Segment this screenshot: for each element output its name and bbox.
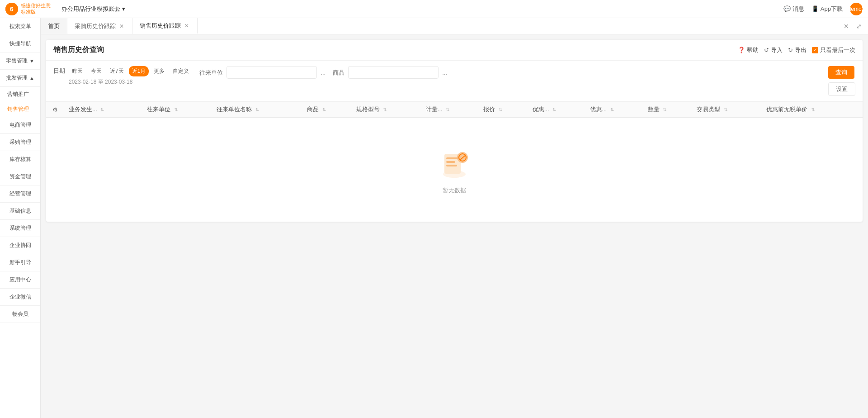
download-icon: 📱 xyxy=(811,5,819,12)
th-gear[interactable]: ⚙ xyxy=(46,102,64,118)
user-action[interactable]: demo2 xyxy=(850,3,863,15)
th-biz-date[interactable]: 业务发生... ⇅ xyxy=(64,102,142,118)
sort-icon-trade-type: ⇅ xyxy=(724,107,727,112)
goods-dots: ... xyxy=(442,69,447,76)
import-action[interactable]: ↺ 导入 xyxy=(764,46,783,54)
chevron-up-icon: ▲ xyxy=(29,75,35,81)
sort-icon-discount2: ⇅ xyxy=(610,107,614,112)
date-btn-custom[interactable]: 自定义 xyxy=(170,66,192,76)
maximize-btn[interactable]: ⤢ xyxy=(854,21,864,32)
sort-icon-quantity: ⇅ xyxy=(663,107,666,112)
tab-close-purchase[interactable]: ✕ xyxy=(118,23,125,30)
sidebar-item-ecommerce[interactable]: 电商管理 xyxy=(0,117,40,134)
svg-text:6: 6 xyxy=(10,5,14,13)
sort-icon-unit-name: ⇅ xyxy=(255,107,259,112)
top-right-actions: 💬 消息 📱 App下载 demo2 xyxy=(783,3,863,15)
help-icon: ❓ xyxy=(738,47,745,53)
sort-icon-discount1: ⇅ xyxy=(552,107,556,112)
logo-icon: 6 xyxy=(5,3,18,15)
date-btn-more[interactable]: 更多 xyxy=(151,66,168,76)
tab-purchase-history[interactable]: 采购历史价跟踪 ✕ xyxy=(67,18,132,34)
filter-row: 日期 昨天 今天 近7天 近1月 更多 自定义 2023-02-18 至 202… xyxy=(46,61,863,102)
table-container: ⚙ 业务发生... ⇅ 往来单位 ⇅ 往来单位名称 xyxy=(46,102,863,222)
sort-icon-price: ⇅ xyxy=(499,107,502,112)
page-content: 销售历史价查询 ❓ 帮助 ↺ 导入 ↻ 导出 xyxy=(41,34,868,418)
sidebar-item-enterprise[interactable]: 企业协同 xyxy=(0,237,40,254)
sidebar-item-purchase[interactable]: 采购管理 xyxy=(0,134,40,151)
empty-state: 暂无数据 xyxy=(46,118,863,222)
date-btn-1month[interactable]: 近1月 xyxy=(129,66,149,76)
close-tab-btn[interactable]: ✕ xyxy=(841,21,852,32)
avatar: demo2 xyxy=(850,3,863,15)
svg-rect-5 xyxy=(446,161,455,163)
date-buttons: 昨天 今天 近7天 近1月 更多 自定义 xyxy=(69,66,192,76)
th-discount1[interactable]: 优惠... ⇅ xyxy=(528,102,585,118)
sort-icon-unit-code: ⇅ xyxy=(174,107,178,112)
th-trade-type[interactable]: 交易类型 ⇅ xyxy=(692,102,762,118)
sidebar-item-inventory[interactable]: 库存核算 xyxy=(0,151,40,168)
sidebar-item-retail[interactable]: 零售管理 ▼ xyxy=(0,52,40,70)
th-discount2[interactable]: 优惠... ⇅ xyxy=(585,102,643,118)
empty-icon xyxy=(436,145,472,181)
filter-actions: 查询 设置 xyxy=(828,66,855,96)
logo-text: 畅捷信好生意 标准版 xyxy=(21,3,51,14)
page-header-actions: ❓ 帮助 ↺ 导入 ↻ 导出 ✓ 只看最后一次 xyxy=(738,46,855,54)
from-unit-dots: ... xyxy=(321,69,326,76)
sidebar-item-operations[interactable]: 经营管理 xyxy=(0,185,40,203)
from-unit-filter-group: 往来单位 ... xyxy=(199,66,326,79)
app-download-action[interactable]: 📱 App下载 xyxy=(811,5,843,13)
app-selector[interactable]: 办公用品行业模拟账套 ▾ xyxy=(58,3,129,15)
sidebar-item-corpwechat[interactable]: 企业微信 xyxy=(0,289,40,306)
date-btn-7days[interactable]: 近7天 xyxy=(107,66,127,76)
th-quantity[interactable]: 数量 ⇅ xyxy=(643,102,692,118)
sidebar-item-appcenter[interactable]: 应用中心 xyxy=(0,271,40,289)
sort-icon-tax-price: ⇅ xyxy=(811,107,815,112)
data-table: ⚙ 业务发生... ⇅ 往来单位 ⇅ 往来单位名称 xyxy=(46,102,863,118)
page-header: 销售历史价查询 ❓ 帮助 ↺ 导入 ↻ 导出 xyxy=(46,40,863,61)
tab-actions: ✕ ⤢ xyxy=(841,18,868,34)
svg-rect-4 xyxy=(446,157,459,159)
top-header: 6 畅捷信好生意 标准版 办公用品行业模拟账套 ▾ 💬 消息 📱 App下载 d… xyxy=(0,0,868,18)
th-price[interactable]: 报价 ⇅ xyxy=(479,102,528,118)
goods-input[interactable] xyxy=(348,66,439,79)
chevron-down-icon: ▾ xyxy=(122,5,125,12)
content-area: 首页 采购历史价跟踪 ✕ 销售历史价跟踪 ✕ ✕ ⤢ 销售历史价查询 xyxy=(41,18,868,418)
sidebar-item-sales[interactable]: 销售管理 xyxy=(0,102,40,117)
chevron-down-icon: ▼ xyxy=(29,58,35,64)
only-last-checkbox-label[interactable]: ✓ 只看最后一次 xyxy=(812,46,855,54)
date-filter-group: 日期 昨天 今天 近7天 近1月 更多 自定义 2023-02-18 至 202… xyxy=(53,66,192,86)
date-btn-today[interactable]: 今天 xyxy=(88,66,105,76)
message-action[interactable]: 💬 消息 xyxy=(783,5,804,13)
export-action[interactable]: ↻ 导出 xyxy=(788,46,807,54)
settings-button[interactable]: 设置 xyxy=(828,82,855,96)
goods-label: 商品 xyxy=(333,68,344,77)
tab-close-sales[interactable]: ✕ xyxy=(184,22,190,29)
logo-area: 6 畅捷信好生意 标准版 xyxy=(5,3,51,15)
from-unit-input[interactable] xyxy=(226,66,317,79)
sidebar-item-guide[interactable]: 新手引导 xyxy=(0,254,40,271)
tab-bar: 首页 采购历史价跟踪 ✕ 销售历史价跟踪 ✕ ✕ ⤢ xyxy=(41,18,868,34)
sidebar-item-search[interactable]: 搜索菜单 xyxy=(0,18,40,35)
help-action[interactable]: ❓ 帮助 xyxy=(738,46,759,54)
th-tax-price[interactable]: 优惠前无税单价 ⇅ xyxy=(762,102,863,118)
sidebar-item-basic[interactable]: 基础信息 xyxy=(0,203,40,220)
sidebar-item-system[interactable]: 系统管理 xyxy=(0,220,40,237)
sidebar-item-finance[interactable]: 资金管理 xyxy=(0,168,40,185)
th-unit-code[interactable]: 往来单位 ⇅ xyxy=(142,102,212,118)
sidebar-item-shortcut[interactable]: 快捷导航 xyxy=(0,35,40,52)
th-spec[interactable]: 规格型号 ⇅ xyxy=(352,102,421,118)
tab-home[interactable]: 首页 xyxy=(41,18,67,34)
page-card: 销售历史价查询 ❓ 帮助 ↺ 导入 ↻ 导出 xyxy=(46,40,863,222)
th-unit[interactable]: 计量... ⇅ xyxy=(421,102,479,118)
sort-icon-spec: ⇅ xyxy=(383,107,387,112)
date-btn-yesterday[interactable]: 昨天 xyxy=(69,66,86,76)
th-goods[interactable]: 商品 ⇅ xyxy=(302,102,351,118)
date-label: 日期 xyxy=(53,66,65,75)
sidebar-item-vip[interactable]: 畅会员 xyxy=(0,306,40,323)
query-button[interactable]: 查询 xyxy=(828,66,854,79)
sidebar-item-marketing[interactable]: 营销推广 xyxy=(0,87,40,102)
tab-sales-history[interactable]: 销售历史价跟踪 ✕ xyxy=(132,18,198,34)
from-unit-label: 往来单位 xyxy=(199,68,223,77)
sidebar-item-wholesale[interactable]: 批发管理 ▲ xyxy=(0,70,40,87)
th-unit-name[interactable]: 往来单位名称 ⇅ xyxy=(212,102,302,118)
